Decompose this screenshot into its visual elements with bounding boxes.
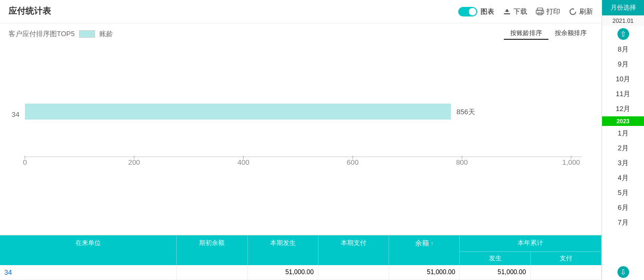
sidebar-month-item[interactable]: 3月 [602,156,644,171]
table-section: 在来单位 期初余额 本期发生 本期支付 余额 ↑ 本年累计 发生 支付 34 [0,235,602,280]
unit-link[interactable]: 34 [4,268,12,276]
toggle-knob [469,8,476,15]
up-arrow-icon[interactable]: ⇧ [617,28,629,40]
cell-ytd-occur: 51,000.00 [460,265,530,280]
sidebar-month-item[interactable]: 12月 [602,101,644,116]
svg-text:200: 200 [128,158,140,166]
cell-balance: 51,000.00 [389,265,460,280]
refresh-button[interactable]: 刷新 [569,7,593,16]
sidebar-header: 月份选择 [602,0,644,15]
chart-top-label: 客户应付排序图TOP5 [8,29,75,39]
col-ytd-occur-header: 发生 [460,251,530,265]
cell-opening [177,265,247,280]
refresh-label: 刷新 [579,7,593,16]
sidebar-month-item[interactable]: 9月 [602,57,644,72]
table-sub-header-row: 发生 支付 [0,251,602,265]
refresh-icon [569,7,577,16]
legend-label: 账龄 [99,29,113,39]
chart-toggle[interactable]: 图表 [458,7,494,16]
print-button[interactable]: 打印 [536,7,560,16]
page-title: 应付统计表 [8,6,458,17]
chart-container: 34 856天 0 200 400 600 800 1,000 [8,40,593,235]
down-arrow-icon[interactable]: ⇩ [617,266,629,278]
col-opening-header: 期初余额 [177,235,247,251]
toggle-label: 图表 [480,7,494,16]
sort-by-amount-button[interactable]: 按余额排序 [548,28,593,40]
sidebar-month-item[interactable]: 11月 [602,87,644,101]
sidebar-month-item[interactable]: 5月 [602,185,644,200]
col-unit-header: 在来单位 [0,235,177,251]
svg-text:800: 800 [456,158,468,166]
legend-box [79,30,95,38]
svg-point-6 [542,11,543,12]
col-ytd-pay-header: 支付 [531,251,602,265]
sort-by-balance-button[interactable]: 按账龄排序 [504,28,548,40]
chart-svg: 34 856天 0 200 400 600 800 1,000 [8,40,593,178]
svg-text:0: 0 [23,158,27,166]
svg-text:600: 600 [347,158,358,166]
sidebar-month-item[interactable]: 4月 [602,171,644,185]
download-label: 下载 [513,7,527,16]
table-header-row: 在来单位 期初余额 本期发生 本期支付 余额 ↑ 本年累计 [0,235,602,251]
col-ytd-header: 本年累计 [460,235,602,251]
sidebar-nav-down[interactable]: ⇩ [602,264,644,280]
col-occur-header: 本期发生 [248,235,319,251]
col-pay-header: 本期支付 [319,235,389,251]
sidebar-month-item[interactable]: 10月 [602,72,644,87]
sidebar-month-list: 8月9月10月11月12月20231月2月3月4月5月6月7月 [602,42,644,264]
cell-unit: 34 [0,265,177,280]
sidebar-month-item[interactable]: 7月 [602,215,644,230]
sidebar-month-item[interactable]: 1月 [602,126,644,141]
col-balance-header: 余额 ↑ [389,235,460,251]
download-icon [503,7,511,16]
svg-rect-9 [25,104,451,120]
sidebar-month-item[interactable]: 2月 [602,141,644,156]
cell-pay [319,265,389,280]
sidebar-nav-up[interactable]: ⇧ [602,26,644,42]
year-marker: 2023 [602,116,644,126]
cell-ytd-pay [531,265,602,280]
svg-marker-7 [573,8,574,10]
toggle-switch[interactable] [458,7,477,16]
svg-rect-0 [504,13,510,14]
svg-text:1,000: 1,000 [562,158,580,166]
sidebar-month-item[interactable]: 8月 [602,42,644,57]
table-row: 34 51,000.00 51,000.00 51,000.00 [0,265,602,280]
sidebar-year-display[interactable]: 2021.01 [602,15,644,26]
sidebar: 月份选择 2021.01 ⇧ 8月9月10月11月12月20231月2月3月4月… [602,0,644,280]
svg-text:400: 400 [237,158,249,166]
svg-text:34: 34 [12,111,20,118]
download-button[interactable]: 下载 [503,7,527,16]
svg-text:856天: 856天 [457,108,475,116]
cell-occur: 51,000.00 [248,265,319,280]
print-icon [536,7,544,16]
print-label: 打印 [546,7,560,16]
sidebar-month-item[interactable]: 6月 [602,200,644,215]
